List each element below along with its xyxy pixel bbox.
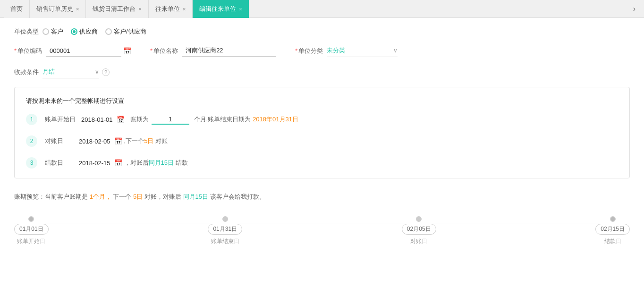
tab-bar: 首页 销售订单历史 × 钱货日清工作台 × 往来单位 × 编辑往来单位 × › bbox=[0, 0, 644, 18]
step-3-day-highlight: 同月15日 bbox=[149, 159, 174, 167]
step-3-date: 2018-02-15 bbox=[79, 160, 110, 167]
step-1-calendar-icon[interactable]: 📅 bbox=[117, 116, 125, 123]
tab-edit-partner[interactable]: 编辑往来单位 × bbox=[193, 0, 249, 18]
preview-reconcile-suffix: 对账，对账后 bbox=[144, 193, 181, 200]
radio-customer-label: 客户 bbox=[51, 27, 63, 36]
tl-dot-3 bbox=[610, 216, 616, 222]
section-title: 请按照未来的一个完整帐期进行设置 bbox=[26, 97, 618, 105]
radio-customer-circle bbox=[42, 28, 49, 35]
step-1-end-date: 2018年01月31日 bbox=[253, 115, 298, 124]
preview-text: 账期预览：当前客户账期是 1个月， 下一个 5日 对账，对账后 同月15日 该客… bbox=[14, 193, 630, 201]
preview-payment-suffix: 该客户会给我打款。 bbox=[210, 193, 265, 200]
step-2-num: 2 bbox=[26, 135, 37, 147]
unit-code-input[interactable] bbox=[46, 45, 121, 57]
tab-home[interactable]: 首页 bbox=[4, 0, 30, 18]
unit-code-icon[interactable]: 📅 bbox=[123, 47, 131, 55]
billing-section: 请按照未来的一个完整帐期进行设置 1 账单开始日 2018-01-01 📅 账期… bbox=[14, 87, 630, 178]
radio-supplier[interactable]: 供应商 bbox=[71, 27, 98, 36]
unit-category-label: 单位分类 bbox=[298, 47, 323, 55]
tab-cash-work[interactable]: 钱货日清工作台 × bbox=[86, 0, 148, 18]
unit-type-radio-group: 客户 供应商 客户/供应商 bbox=[42, 27, 146, 36]
tl-point-3: 02月15日 结款日 bbox=[595, 216, 630, 245]
main-content: 单位类型 客户 供应商 客户/供应商 * 单位编码 📅 * 单位名称 bbox=[0, 18, 644, 287]
unit-code-group: * 单位编码 📅 bbox=[14, 45, 131, 57]
radio-customer[interactable]: 客户 bbox=[42, 27, 63, 36]
help-icon[interactable]: ? bbox=[102, 68, 110, 76]
unit-name-label: 单位名称 bbox=[153, 47, 178, 55]
close-tab-partner-unit[interactable]: × bbox=[183, 6, 186, 12]
step-2-suffix: 对账 bbox=[155, 137, 168, 145]
tl-date-0: 01月01日 bbox=[14, 224, 49, 235]
unit-name-group: * 单位名称 bbox=[150, 45, 276, 57]
unit-code-label: 单位编码 bbox=[17, 47, 42, 55]
tab-sales-history[interactable]: 销售订单历史 × bbox=[30, 0, 86, 18]
tl-point-1: 01月31日 账单结束日 bbox=[208, 216, 242, 245]
close-tab-cash-work[interactable]: × bbox=[138, 6, 141, 12]
step-3-suffix: 结款 bbox=[176, 159, 188, 167]
payment-terms-value: 月结 bbox=[42, 68, 92, 76]
payment-terms-select[interactable]: 月结 ∨ bbox=[42, 66, 99, 78]
radio-customer-supplier-circle bbox=[105, 28, 112, 35]
tl-label-1: 账单结束日 bbox=[211, 237, 239, 245]
unit-name-input[interactable] bbox=[182, 45, 276, 57]
step-1-num: 1 bbox=[26, 114, 37, 125]
payment-terms-row: 收款条件 月结 ∨ ? bbox=[14, 66, 630, 78]
close-tab-edit-partner[interactable]: × bbox=[239, 6, 242, 12]
tl-label-3: 结款日 bbox=[604, 237, 621, 245]
step-3-row: 3 结款日 2018-02-15 📅 ，对账后 同月15日 结款 bbox=[26, 157, 618, 169]
payment-terms-arrow-icon: ∨ bbox=[95, 68, 99, 75]
unit-type-label: 单位类型 bbox=[14, 27, 39, 36]
step-3-calendar-icon[interactable]: 📅 bbox=[114, 159, 122, 167]
radio-customer-supplier-label: 客户/供应商 bbox=[114, 27, 146, 36]
radio-supplier-label: 供应商 bbox=[79, 27, 98, 36]
tl-dot-2 bbox=[416, 216, 422, 222]
preview-section: 账期预览：当前客户账期是 1个月， 下一个 5日 对账，对账后 同月15日 该客… bbox=[14, 186, 630, 259]
tab-partner-unit[interactable]: 往来单位 × bbox=[149, 0, 193, 18]
step-2-date: 2018-02-05 bbox=[79, 138, 110, 145]
unit-type-row: 单位类型 客户 供应商 客户/供应商 bbox=[14, 27, 630, 36]
step-3-num: 3 bbox=[26, 157, 37, 169]
radio-customer-supplier[interactable]: 客户/供应商 bbox=[105, 27, 146, 36]
tl-date-1: 01月31日 bbox=[208, 224, 242, 235]
tl-point-0: 01月01日 账单开始日 bbox=[14, 216, 49, 245]
preview-reconcile-prefix: 下一个 bbox=[113, 193, 131, 200]
tl-dot-0 bbox=[28, 216, 34, 222]
unit-category-value: 未分类 bbox=[327, 46, 390, 55]
tl-dot-1 bbox=[222, 216, 228, 222]
unit-info-row: * 单位编码 📅 * 单位名称 * 单位分类 未分类 ∨ bbox=[14, 44, 630, 57]
step-2-day-highlight: 5日 bbox=[144, 137, 153, 145]
step-1-date: 2018-01-01 bbox=[81, 116, 113, 123]
tl-point-2: 02月05日 对账日 bbox=[402, 216, 436, 245]
step-2-prefix: ,下一个 bbox=[124, 137, 144, 145]
unit-category-arrow-icon: ∨ bbox=[393, 47, 398, 54]
tl-date-3: 02月15日 bbox=[595, 224, 630, 235]
preview-label: 账期预览：当前客户账期是 bbox=[14, 193, 88, 200]
step-1-suffix: 账期为 bbox=[130, 115, 149, 124]
tl-label-2: 对账日 bbox=[410, 237, 427, 245]
preview-reconcile-day: 5日 bbox=[133, 193, 143, 200]
tl-label-0: 账单开始日 bbox=[17, 237, 45, 245]
step-2-row: 2 对账日 2018-02-05 📅 ,下一个 5日 对账 bbox=[26, 135, 618, 147]
step-1-label: 账单开始日 bbox=[45, 115, 76, 124]
preview-payment-day: 同月15日 bbox=[183, 193, 208, 200]
step-2-label: 对账日 bbox=[45, 137, 73, 145]
unit-category-select[interactable]: 未分类 ∨ bbox=[327, 44, 398, 57]
step-2-calendar-icon[interactable]: 📅 bbox=[114, 137, 122, 145]
period-input[interactable] bbox=[152, 115, 189, 125]
timeline: 01月01日 账单开始日 01月31日 账单结束日 02月05日 对账日 02月… bbox=[14, 212, 630, 255]
tab-more-button[interactable]: › bbox=[628, 5, 640, 13]
step-1-row: 1 账单开始日 2018-01-01 📅 账期为 个月,账单结束日期为 2018… bbox=[26, 114, 618, 125]
unit-category-group: * 单位分类 未分类 ∨ bbox=[295, 44, 398, 57]
radio-supplier-circle bbox=[71, 28, 77, 35]
step-3-label: 结款日 bbox=[45, 159, 73, 167]
payment-terms-label: 收款条件 bbox=[14, 68, 39, 76]
preview-months: 1个月， bbox=[90, 193, 111, 200]
tl-date-2: 02月05日 bbox=[402, 224, 436, 235]
close-tab-sales-history[interactable]: × bbox=[76, 6, 79, 12]
step-1-period-suffix: 个月,账单结束日期为 bbox=[194, 115, 251, 124]
step-3-prefix: ，对账后 bbox=[124, 159, 149, 167]
timeline-points: 01月01日 账单开始日 01月31日 账单结束日 02月05日 对账日 02月… bbox=[14, 216, 630, 245]
